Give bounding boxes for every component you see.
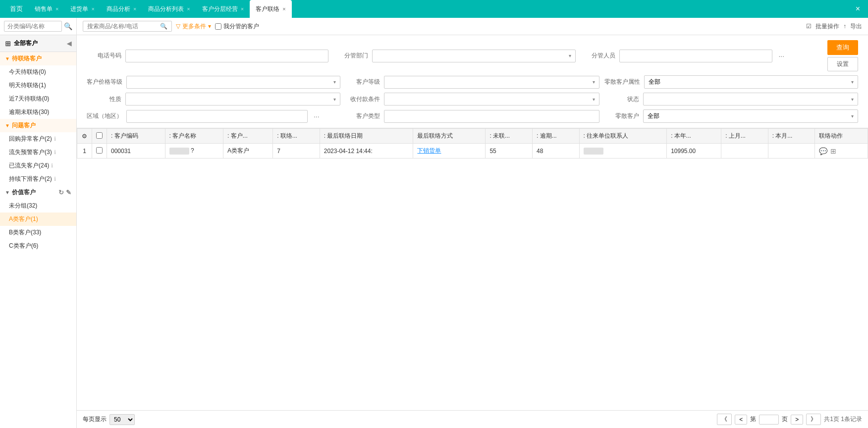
col-last-date-label: : 最后联络日期 [324, 132, 363, 139]
nav-home[interactable]: 首页 [4, 4, 29, 13]
filter-more-arrow: ▾ [208, 23, 211, 30]
nav-tab-analysis-list[interactable]: 商品分析列表 × [142, 0, 196, 18]
info-icon-2[interactable]: ℹ [54, 149, 56, 156]
filter-label-nature: 性质 [87, 95, 121, 104]
nav-tab-analysis[interactable]: 商品分析 × [101, 0, 142, 18]
sidebar-item-overdue[interactable]: 逾期未联络(30) [0, 106, 76, 119]
sidebar-item-c-class[interactable]: C类客户(6) [0, 239, 76, 253]
info-icon-1[interactable]: ℹ [54, 136, 56, 142]
export-button[interactable]: 导出 [850, 22, 862, 31]
nav-tab-analysis-list-close[interactable]: × [187, 6, 190, 12]
nav-tab-purchase[interactable]: 进货单 × [64, 0, 100, 18]
page-size-select[interactable]: 50 20 100 [109, 414, 135, 425]
col-no-contact-label: : 未联... [489, 132, 510, 139]
filter-search-icon[interactable]: 🔍 [160, 23, 167, 30]
edit-icon[interactable]: ✎ [66, 189, 71, 196]
filter-mine-checkbox[interactable] [215, 23, 221, 30]
sidebar-item-churned[interactable]: 已流失客户(24) ℹ [0, 159, 76, 172]
filter-select-scatter-attr-arrow: ▾ [851, 79, 854, 85]
main-layout: 🔍 ⊞ 全部客户 ◀ ▼ 待联络客户 今天待联络(0) 明天待联络(1) 近7天… [0, 18, 868, 428]
filter-label-customer-type: 客户类型 [345, 112, 380, 120]
sidebar-group-pending[interactable]: ▼ 待联络客户 [0, 52, 76, 65]
filter-input-phone[interactable] [125, 50, 328, 62]
filter-more-button[interactable]: ▽ 更多条件 ▾ [176, 22, 211, 31]
info-icon-4[interactable]: ℹ [54, 176, 56, 182]
filter-select-price-level[interactable]: ▾ [126, 76, 340, 89]
sidebar-item-repurchase-label: 回购异常客户(2) [9, 135, 52, 143]
filter-input-person[interactable] [619, 50, 773, 62]
row-code: 000031 [107, 144, 165, 159]
filter-select-status[interactable]: ▾ [643, 93, 858, 106]
sidebar-group-value[interactable]: ▼ 价值客户 ↻ ✎ [0, 186, 76, 199]
sidebar-item-ungrouped[interactable]: 未分组(32) [0, 199, 76, 213]
sidebar-item-b-class[interactable]: B类客户(33) [0, 226, 76, 239]
sidebar-item-ungrouped-label: 未分组(32) [9, 202, 37, 210]
filter-select-payment[interactable]: ▾ [384, 93, 599, 106]
filter-select-scatter[interactable]: 全部 ▾ [643, 109, 858, 123]
nav-tab-analysis-label: 商品分析 [107, 5, 130, 13]
row-last-method-link[interactable]: 下销货单 [417, 147, 441, 154]
nav-tab-sales[interactable]: 销售单 × [29, 0, 64, 18]
sidebar-search-input[interactable] [4, 21, 62, 32]
sidebar-item-a-class[interactable]: A类客户(1) [0, 213, 76, 226]
nav-tab-customer-contact-close[interactable]: × [282, 6, 285, 12]
nav-tab-customer-tier[interactable]: 客户分层经营 × [196, 0, 250, 18]
last-page-button[interactable]: 》 [806, 414, 821, 425]
sidebar-item-a-class-label: A类客户(1) [9, 215, 38, 223]
first-page-button[interactable]: 《 [717, 414, 732, 425]
filter-select-region[interactable] [126, 110, 308, 123]
sidebar-all-customers[interactable]: ⊞ 全部客户 ◀ [0, 35, 76, 52]
nav-tab-customer-tier-label: 客户分层经营 [202, 5, 238, 13]
select-all-checkbox[interactable] [96, 132, 103, 139]
sidebar-group-problem[interactable]: ▼ 问题客户 [0, 119, 76, 132]
filter-select-dept-arrow: ▾ [569, 53, 571, 58]
sidebar-item-tomorrow[interactable]: 明天待联络(1) [0, 79, 76, 92]
row-action-icons: 💬 ⊞ [819, 147, 864, 155]
table-head: ⚙ : 客户编码 : 客户名称 : 客户... [77, 129, 868, 144]
sidebar-collapse-icon[interactable]: ◀ [67, 40, 71, 47]
filter-search-input[interactable] [87, 23, 160, 30]
filter-select-scatter-attr[interactable]: 全部 ▾ [644, 75, 858, 89]
sidebar-item-declining[interactable]: 持续下滑客户(2) ℹ [0, 172, 76, 186]
chat-icon[interactable]: 💬 [819, 147, 827, 155]
row-checkbox[interactable] [96, 147, 103, 154]
filter-select-scatter-attr-value: 全部 [649, 78, 660, 86]
filter-select-customer-type[interactable] [384, 110, 599, 123]
sidebar-item-repurchase-abnormal[interactable]: 回购异常客户(2) ℹ [0, 132, 76, 146]
nav-tab-customer-tier-close[interactable]: × [241, 6, 244, 12]
next-page-button[interactable]: > [791, 415, 803, 425]
sidebar-item-7days[interactable]: 近7天待联络(0) [0, 92, 76, 106]
filter-select-customer-level[interactable]: ▾ [384, 76, 599, 89]
sidebar: 🔍 ⊞ 全部客户 ◀ ▼ 待联络客户 今天待联络(0) 明天待联络(1) 近7天… [0, 18, 77, 428]
filter-select-dept[interactable]: ▾ [372, 50, 575, 62]
batch-operation-button[interactable]: 批量操作 [815, 22, 839, 31]
filter-region-dots[interactable]: ··· [312, 112, 322, 120]
nav-tab-customer-contact[interactable]: 客户联络 × [250, 0, 291, 18]
prev-page-button[interactable]: < [735, 415, 747, 425]
info-icon-3[interactable]: ℹ [51, 162, 53, 169]
sidebar-group-problem-label: 问题客户 [12, 121, 36, 130]
table-body: 1 000031 ? A类客户 7 2023-04-12 14:44: [77, 144, 868, 159]
nav-tab-analysis-close[interactable]: × [133, 6, 136, 12]
page-number-input[interactable]: 1 [759, 415, 779, 425]
settings-button[interactable]: 设置 [827, 57, 858, 71]
sidebar-item-churn-warning[interactable]: 流失预警客户(3) ℹ [0, 146, 76, 159]
row-name: ? [165, 144, 223, 159]
filter-select-nature[interactable]: ▾ [125, 93, 340, 106]
window-close-button[interactable]: × [852, 4, 864, 13]
batch-op-icon: ☑ [806, 23, 812, 30]
gear-icon[interactable]: ⚙ [82, 133, 87, 140]
qr-icon[interactable]: ⊞ [830, 147, 836, 155]
sidebar-search-icon[interactable]: 🔍 [64, 22, 72, 30]
query-button[interactable]: 查询 [827, 40, 858, 55]
sidebar-item-today[interactable]: 今天待联络(0) [0, 65, 76, 79]
sidebar-item-churned-label: 已流失客户(24) [9, 161, 49, 170]
refresh-icon[interactable]: ↻ [58, 189, 64, 196]
col-name: : 客户名称 [165, 129, 223, 144]
filter-label-price-level: 客户价格等级 [87, 78, 122, 86]
nav-tab-purchase-close[interactable]: × [91, 6, 94, 12]
nav-tab-sales-close[interactable]: × [55, 6, 58, 12]
nav-tab-purchase-label: 进货单 [70, 5, 88, 13]
filter-person-dots[interactable]: ··· [776, 52, 786, 60]
col-actions-label: 联络动作 [819, 132, 843, 139]
